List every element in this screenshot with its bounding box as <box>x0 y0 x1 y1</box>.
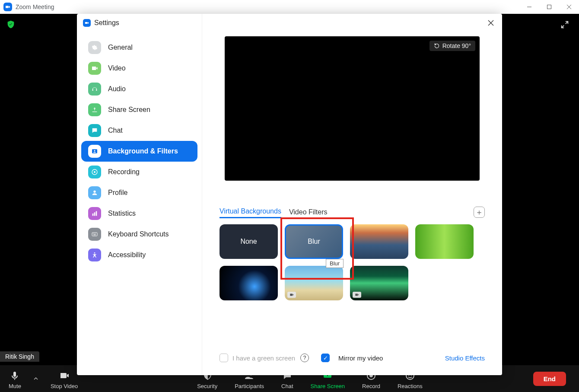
settings-content: Rotate 90° Virtual Backgrounds Video Fil… <box>202 14 502 375</box>
bg-thumb-aurora[interactable] <box>350 266 408 300</box>
encryption-shield-icon[interactable] <box>6 20 16 31</box>
nav-share-screen[interactable]: Share Screen <box>81 99 197 120</box>
nav-acc-label: Accessibility <box>108 251 146 259</box>
share-screen-label: Share Screen <box>311 383 345 389</box>
bg-thumb-none[interactable]: None <box>220 224 278 259</box>
bg-thumb-blur[interactable]: Blur <box>285 224 343 259</box>
accessibility-icon <box>88 249 101 261</box>
bg-none-label: None <box>240 238 257 245</box>
nav-video-label: Video <box>108 64 126 72</box>
settings-sidebar: General Video Audio Share Screen Chat Ba… <box>77 14 202 375</box>
svg-rect-20 <box>94 212 95 216</box>
nav-general-label: General <box>108 44 133 51</box>
nav-kb-label: Keyboard Shortcuts <box>108 230 169 238</box>
background-grid: None Blur Blur <box>220 224 485 300</box>
nav-chat[interactable]: Chat <box>81 120 197 141</box>
mute-button[interactable]: Mute <box>0 365 30 392</box>
person-icon <box>88 186 101 199</box>
nav-video[interactable]: Video <box>81 58 197 79</box>
green-screen-checkbox[interactable] <box>220 354 228 362</box>
self-name-label: Ritik Singh <box>0 351 39 362</box>
mirror-video-checkbox[interactable] <box>321 354 330 362</box>
record-label: Record <box>362 383 380 389</box>
nav-background-filters[interactable]: Background & Filters <box>81 141 197 162</box>
svg-rect-19 <box>92 214 94 216</box>
rotate-label: Rotate 90° <box>442 42 471 49</box>
settings-footer: I have a green screen ? Mirror my video … <box>220 349 485 362</box>
nav-accessibility[interactable]: Accessibility <box>81 245 197 265</box>
svg-rect-25 <box>95 233 95 234</box>
svg-rect-21 <box>96 211 97 216</box>
microphone-icon <box>9 370 20 381</box>
bg-thumb-grass[interactable] <box>415 224 474 259</box>
svg-point-15 <box>94 150 95 151</box>
nav-keyboard-shortcuts[interactable]: Keyboard Shortcuts <box>81 224 197 245</box>
mirror-video-label: Mirror my video <box>338 354 383 362</box>
nav-bg-label: Background & Filters <box>108 147 178 155</box>
svg-rect-22 <box>92 233 97 236</box>
nav-profile-label: Profile <box>108 189 127 197</box>
rotate-90-button[interactable]: Rotate 90° <box>429 41 475 51</box>
video-icon <box>88 62 101 75</box>
nav-share-label: Share Screen <box>108 106 150 114</box>
window-minimize-button[interactable] <box>519 0 539 14</box>
nav-profile[interactable]: Profile <box>81 182 197 203</box>
green-screen-label: I have a green screen <box>232 354 295 362</box>
svg-point-18 <box>93 191 95 193</box>
blur-tooltip: Blur <box>326 259 344 268</box>
window-title: Zoom Meeting <box>16 3 54 10</box>
settings-title: Settings <box>94 19 119 27</box>
keyboard-icon <box>88 228 101 241</box>
window-titlebar: Zoom Meeting <box>0 0 579 14</box>
video-badge-icon <box>353 292 361 298</box>
nav-statistics-label: Statistics <box>108 210 136 217</box>
window-maximize-button[interactable] <box>539 0 559 14</box>
tab-virtual-backgrounds[interactable]: Virtual Backgrounds <box>220 206 281 218</box>
video-badge-icon <box>287 292 296 298</box>
background-tabs: Virtual Backgrounds Video Filters ＋ <box>220 206 485 218</box>
svg-rect-1 <box>547 5 551 9</box>
studio-effects-link[interactable]: Studio Effects <box>445 354 485 362</box>
meeting-area: Ritik Singh Mute ˣ Stop Video Security ˣ… <box>0 14 579 392</box>
record-dot-icon <box>88 166 101 178</box>
nav-chat-label: Chat <box>108 127 123 134</box>
svg-point-27 <box>94 252 95 254</box>
nav-general[interactable]: General <box>81 37 197 58</box>
participants-label: Participants <box>235 383 264 389</box>
svg-rect-26 <box>93 235 95 235</box>
mute-label: Mute <box>9 383 21 389</box>
security-label: Security <box>197 383 217 389</box>
settings-dialog: Settings General Video Audio Share Scree… <box>77 14 502 375</box>
svg-rect-23 <box>93 233 93 234</box>
chat-icon <box>88 124 101 137</box>
headphones-icon <box>88 83 101 96</box>
enter-fullscreen-button[interactable] <box>560 20 569 31</box>
stop-video-label: Stop Video <box>51 383 78 389</box>
bg-thumb-golden-gate[interactable] <box>350 224 408 259</box>
nav-audio[interactable]: Audio <box>81 79 197 99</box>
audio-options-caret[interactable] <box>30 365 42 392</box>
green-screen-help-icon[interactable]: ? <box>300 354 309 362</box>
zoom-logo-icon <box>3 3 12 11</box>
share-up-icon <box>88 103 101 116</box>
gear-icon <box>88 41 101 54</box>
svg-point-17 <box>94 171 95 173</box>
video-camera-icon <box>59 370 70 381</box>
svg-rect-24 <box>94 233 95 234</box>
bar-chart-icon <box>88 207 101 220</box>
nav-statistics[interactable]: Statistics <box>81 203 197 224</box>
window-close-button[interactable] <box>559 0 579 14</box>
video-preview: Rotate 90° <box>225 36 480 181</box>
bg-thumb-beach[interactable] <box>285 266 343 300</box>
person-card-icon <box>88 145 101 158</box>
nav-audio-label: Audio <box>108 85 126 93</box>
end-meeting-button[interactable]: End <box>533 372 566 386</box>
nav-recording-label: Recording <box>108 168 140 176</box>
reactions-label: Reactions <box>398 383 423 389</box>
add-background-button[interactable]: ＋ <box>474 207 485 218</box>
bg-thumb-earth[interactable] <box>220 266 278 300</box>
tab-video-filters[interactable]: Video Filters <box>289 207 328 218</box>
bg-blur-label: Blur <box>308 238 320 245</box>
zoom-logo-icon <box>83 19 91 27</box>
nav-recording[interactable]: Recording <box>81 162 197 182</box>
